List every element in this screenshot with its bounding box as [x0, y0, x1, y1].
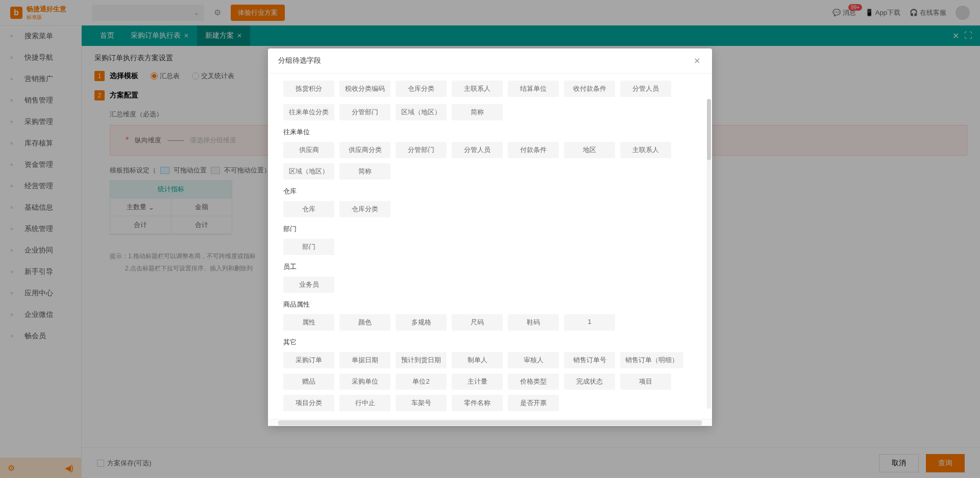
field-chip[interactable]: 区域（地区） [283, 163, 334, 180]
field-chip[interactable]: 拣货积分 [283, 81, 334, 97]
field-group-0: 拣货积分税收分类编码仓库分类主联系人结算单位收付款条件分管人员 [283, 81, 697, 97]
field-chip[interactable]: 赠品 [283, 373, 334, 390]
field-chip[interactable]: 仓库分类 [339, 201, 390, 217]
group-title: 其它 [283, 338, 697, 347]
field-chip[interactable]: 项目分类 [283, 395, 334, 411]
group-title: 员工 [283, 262, 697, 271]
modal-title: 分组待选字段 [278, 56, 321, 65]
field-chip[interactable]: 地区 [564, 142, 615, 158]
field-chip[interactable]: 属性 [283, 314, 334, 331]
field-chip[interactable]: 审核人 [508, 352, 559, 368]
field-chip[interactable]: 是否开票 [508, 395, 559, 411]
field-chip[interactable]: 付款条件 [508, 142, 559, 158]
field-chip[interactable]: 采购订单 [283, 352, 334, 368]
field-chip[interactable]: 供应商 [283, 142, 334, 158]
modal-close-button[interactable]: ✕ [692, 56, 702, 66]
field-chip[interactable]: 完成状态 [564, 373, 615, 390]
field-chip[interactable]: 单据日期 [339, 352, 390, 368]
group-title: 仓库 [283, 187, 697, 196]
field-group-3: 仓库仓库仓库分类 [283, 187, 697, 217]
field-chip[interactable]: 仓库分类 [396, 81, 447, 97]
field-chip[interactable]: 分管部门 [396, 142, 447, 158]
field-chip[interactable]: 鞋码 [508, 314, 559, 331]
field-chip[interactable]: 单位2 [396, 373, 447, 390]
field-group-1: 往来单位分类分管部门区域（地区）简称 [283, 104, 697, 120]
field-chip[interactable]: 预计到货日期 [396, 352, 447, 368]
field-chip[interactable]: 主计量 [452, 373, 503, 390]
field-group-5: 员工业务员 [283, 262, 697, 293]
field-chip[interactable]: 结算单位 [508, 81, 559, 97]
field-group-4: 部门部门 [283, 224, 697, 255]
field-chip[interactable]: 往来单位分类 [283, 104, 334, 120]
field-chip[interactable]: 颜色 [339, 314, 390, 331]
field-chip[interactable]: 多规格 [396, 314, 447, 331]
field-chip[interactable]: 价格类型 [508, 373, 559, 390]
field-chip[interactable]: 1 [564, 314, 615, 331]
field-chip[interactable]: 销售订单号 [564, 352, 615, 368]
modal-body: 拣货积分税收分类编码仓库分类主联系人结算单位收付款条件分管人员往来单位分类分管部… [268, 73, 712, 419]
field-chip[interactable]: 部门 [283, 239, 334, 255]
field-chip[interactable]: 简称 [339, 163, 390, 180]
field-chip[interactable]: 简称 [452, 104, 503, 120]
modal-header: 分组待选字段 ✕ [268, 48, 712, 73]
h-scrollbar-thumb[interactable] [278, 420, 702, 425]
field-chip[interactable]: 尺码 [452, 314, 503, 331]
field-chip[interactable]: 分管部门 [339, 104, 390, 120]
field-group-7: 其它采购订单单据日期预计到货日期制单人审核人销售订单号销售订单（明细）赠品采购单… [283, 338, 697, 411]
field-chip[interactable]: 车架号 [396, 395, 447, 411]
group-fields-modal: 分组待选字段 ✕ 拣货积分税收分类编码仓库分类主联系人结算单位收付款条件分管人员… [268, 48, 712, 426]
field-chip[interactable]: 主联系人 [452, 81, 503, 97]
field-chip[interactable]: 制单人 [452, 352, 503, 368]
field-chip[interactable]: 业务员 [283, 276, 334, 293]
field-chip[interactable]: 分管人员 [452, 142, 503, 158]
field-chip[interactable]: 区域（地区） [396, 104, 447, 120]
field-chip[interactable]: 销售订单（明细） [620, 352, 683, 368]
group-title: 往来单位 [283, 128, 697, 137]
field-chip[interactable]: 零件名称 [452, 395, 503, 411]
modal-horizontal-scrollbar[interactable] [268, 419, 712, 426]
field-chip[interactable]: 主联系人 [620, 142, 671, 158]
field-chip[interactable]: 行中止 [339, 395, 390, 411]
scrollbar-thumb[interactable] [707, 99, 711, 160]
field-chip[interactable]: 供应商分类 [339, 142, 390, 158]
field-chip[interactable]: 项目 [620, 373, 671, 390]
field-group-6: 商品属性属性颜色多规格尺码鞋码1 [283, 300, 697, 331]
field-group-2: 往来单位供应商供应商分类分管部门分管人员付款条件地区主联系人区域（地区）简称 [283, 128, 697, 180]
field-chip[interactable]: 仓库 [283, 201, 334, 217]
field-chip[interactable]: 收付款条件 [564, 81, 615, 97]
group-title: 部门 [283, 224, 697, 234]
field-chip[interactable]: 税收分类编码 [339, 81, 390, 97]
group-title: 商品属性 [283, 300, 697, 309]
field-chip[interactable]: 采购单位 [339, 373, 390, 390]
modal-vertical-scrollbar[interactable] [707, 99, 711, 409]
field-chip[interactable]: 分管人员 [620, 81, 671, 97]
